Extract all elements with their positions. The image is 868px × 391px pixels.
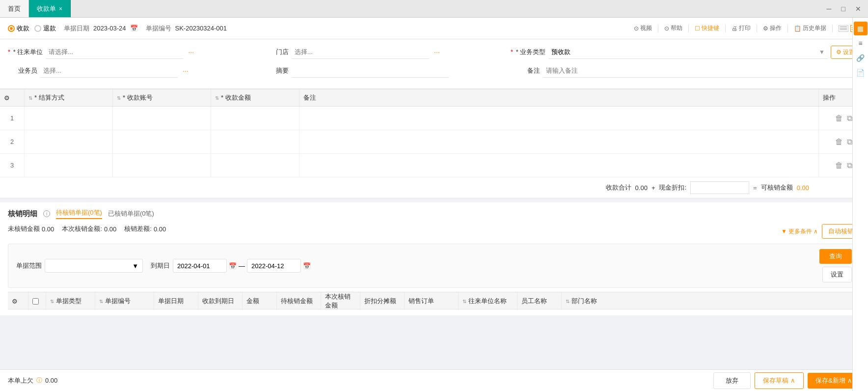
hx-right: ▼ 更多条件 ∧ 自动核销 <box>781 224 860 239</box>
staff-input[interactable] <box>40 64 178 78</box>
row-amount-3[interactable] <box>211 154 299 177</box>
help-button[interactable]: ⊙ 帮助 <box>664 24 682 32</box>
row-remarks-1[interactable] <box>299 107 819 130</box>
owe-info: 本单上欠 ⓘ 0.00 <box>8 376 57 385</box>
print-button[interactable]: 🖨 打印 <box>732 24 751 32</box>
bth-settings[interactable]: ⚙ <box>8 292 28 310</box>
staff-field: 业务员 ··· <box>8 64 244 78</box>
save-new-arrow[interactable]: ∧ <box>847 377 852 384</box>
more-conditions-button[interactable]: ▼ 更多条件 ∧ <box>781 227 818 236</box>
divider-4 <box>757 25 757 32</box>
bth-doc-num: ⇅ 单据编号 <box>95 292 154 310</box>
summary-input[interactable] <box>292 64 449 78</box>
biz-type-arrow: ▼ <box>819 49 825 56</box>
row-settlement-1[interactable] <box>25 107 113 130</box>
copy-icon-1[interactable]: ⧉ <box>847 114 852 123</box>
row-remarks-2[interactable] <box>299 130 819 153</box>
due-date-from-input[interactable] <box>173 259 227 273</box>
th-amount: ⇅ * 收款金额 <box>211 89 299 106</box>
calendar-icon[interactable]: 📅 <box>130 25 138 32</box>
delete-icon-1[interactable]: 🗑 <box>835 114 843 123</box>
staff-label: 业务员 <box>8 66 37 75</box>
shortcut-button[interactable]: ☐ 快捷键 <box>695 24 719 32</box>
delete-icon-2[interactable]: 🗑 <box>835 138 843 146</box>
divider-2 <box>688 25 689 32</box>
save-draft-arrow[interactable]: ∧ <box>790 377 795 384</box>
due-date-to-input[interactable] <box>247 259 301 273</box>
row-account-3[interactable] <box>113 154 211 177</box>
tab-receipt[interactable]: 收款单 × <box>29 0 71 17</box>
divider-1 <box>658 25 658 32</box>
delete-icon-3[interactable]: 🗑 <box>835 161 843 170</box>
hx-info-icon[interactable]: i <box>43 210 50 217</box>
remarks-input[interactable] <box>543 64 860 78</box>
hx-stats: 未核销金额 0.00 本次核销金额: 0.00 核销差额: 0.00 <box>8 224 166 233</box>
hx-tab-pending[interactable]: 待核销单据(0笔) <box>56 208 102 219</box>
total-value: 0.00 <box>635 184 648 192</box>
row-account-1[interactable] <box>113 107 211 130</box>
close-button[interactable]: ✕ <box>852 4 864 14</box>
diff-label: 核销差额: <box>124 224 152 233</box>
row-remarks-3[interactable] <box>299 154 819 177</box>
sidebar-list-icon[interactable]: ≡ <box>854 36 868 50</box>
th-remarks: 备注 <box>299 89 819 106</box>
hx-tab-done[interactable]: 已核销单据(0笔) <box>108 209 154 218</box>
range-select[interactable]: ▼ <box>45 259 143 273</box>
abandon-button[interactable]: 放弃 <box>713 372 751 389</box>
row-amount-1[interactable] <box>211 107 299 130</box>
owe-info-icon[interactable]: ⓘ <box>36 376 42 385</box>
row-amount-2[interactable] <box>211 130 299 153</box>
summary-row: 收款合计 0.00 + 现金折扣: = 可核销金额 0.00 <box>0 177 868 198</box>
calendar-from-icon[interactable]: 📅 <box>229 262 237 270</box>
action-button[interactable]: ⚙ 操作 <box>763 24 782 32</box>
staff-more-icon[interactable]: ··· <box>181 67 190 75</box>
layout-icon-1[interactable] <box>839 25 848 32</box>
th-settings[interactable]: ⚙ <box>0 89 25 106</box>
discount-input[interactable] <box>690 181 749 194</box>
store-more-icon[interactable]: ··· <box>432 48 442 56</box>
save-draft-button[interactable]: 保存草稿 ∧ <box>755 372 804 389</box>
sidebar-link-icon[interactable]: 🔗 <box>854 51 868 65</box>
minimize-button[interactable]: ─ <box>824 4 835 14</box>
biz-type-field: * * 业务类型 预收款 ▼ ⚙ 设置 <box>511 45 860 59</box>
tab-close-icon[interactable]: × <box>59 5 62 12</box>
row-settlement-2[interactable] <box>25 130 113 153</box>
counterpart-more-icon[interactable]: ··· <box>186 48 196 56</box>
filter-settings-button[interactable]: 设置 <box>822 267 852 282</box>
main-table: ⚙ ⇅ * 结算方式 ⇅ * 收款账号 ⇅ * 收款金额 备注 操作 1 🗑 ⧉ <box>0 89 868 177</box>
row-settlement-3[interactable] <box>25 154 113 177</box>
divider-5 <box>787 25 788 32</box>
refund-radio[interactable]: 退款 <box>34 24 56 33</box>
unverified-stat: 未核销金额 0.00 <box>8 224 54 233</box>
maximize-button[interactable]: □ <box>839 4 848 14</box>
chevron-icon: ∧ <box>814 228 818 235</box>
this-hx-label: 本次核销金额: <box>62 224 102 233</box>
query-button[interactable]: 查询 <box>819 249 852 264</box>
select-all-checkbox[interactable] <box>32 298 39 305</box>
copy-icon-3[interactable]: ⧉ <box>847 161 852 170</box>
calendar-to-icon[interactable]: 📅 <box>303 262 311 270</box>
tab-receipt-label: 收款单 <box>37 4 56 13</box>
main-toolbar: 收款 退款 单据日期 2023-03-24 📅 单据编号 SK-20230324… <box>0 18 868 39</box>
bth-checkbox[interactable] <box>28 292 46 310</box>
refund-radio-label: 退款 <box>43 24 56 33</box>
refund-radio-dot <box>34 25 41 32</box>
bth-this-hx: 本次核销金额 <box>321 292 360 310</box>
biz-type-select[interactable]: 预收款 ▼ <box>548 45 828 59</box>
row-account-2[interactable] <box>113 130 211 153</box>
sidebar-table-icon[interactable]: ▦ <box>854 22 868 35</box>
bth-pending-hx: 待核销金额 <box>277 292 321 310</box>
tab-home[interactable]: 首页 <box>0 0 29 17</box>
receipt-radio[interactable]: 收款 <box>8 24 29 33</box>
summary-label: 摘要 <box>259 66 289 75</box>
store-input[interactable] <box>292 45 429 59</box>
remarks-label: 备注 <box>511 66 540 75</box>
range-arrow: ▼ <box>132 262 138 270</box>
sidebar-doc-icon[interactable]: 📄 <box>854 66 868 80</box>
table-header: ⚙ ⇅ * 结算方式 ⇅ * 收款账号 ⇅ * 收款金额 备注 操作 <box>0 89 868 107</box>
video-button[interactable]: ⊙ 视频 <box>634 24 652 32</box>
this-hx-stat: 本次核销金额: 0.00 <box>62 224 116 233</box>
copy-icon-2[interactable]: ⧉ <box>847 138 852 146</box>
counterpart-input[interactable] <box>46 45 183 59</box>
history-button[interactable]: 📋 历史单据 <box>794 24 826 32</box>
